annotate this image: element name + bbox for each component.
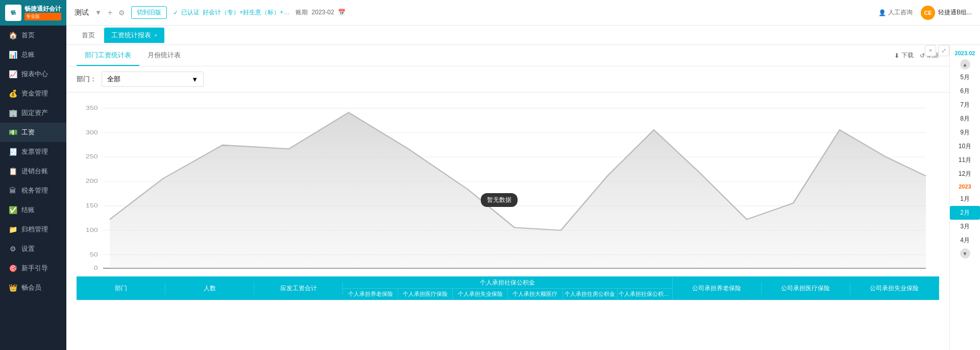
salary-icon: 💵 [8,128,17,136]
help-icon: 👤 [878,9,886,16]
svg-text:300: 300 [86,129,98,135]
month-2-active[interactable]: 2月 [950,206,980,220]
purchase-icon: 📋 [8,167,17,175]
col-major-medical: 个人承担大额医疗 [508,289,563,299]
scroll-up-button[interactable]: ▲ [960,59,970,69]
month-9[interactable]: 9月 [950,126,980,139]
svg-text:200: 200 [86,178,98,184]
chart-area: 350 300 250 200 150 100 50 0 [77,103,939,276]
col-unemployment: 个人承担失业保险 [453,289,508,299]
sidebar-item-salary[interactable]: 💵 工资 [0,123,66,142]
group-items-personal: 个人承担养老保险 个人承担医疗保险 个人承担失业保险 个人承担大额医疗 个人承担… [343,289,672,299]
sidebar-item-home[interactable]: 🏠 首页 [0,26,66,45]
col-medical: 个人承担医疗保险 [398,289,453,299]
sidebar-item-assets[interactable]: 🏢 固定资产 [0,103,66,123]
group-title-personal: 个人承担社保公积金 [343,277,672,289]
topbar-settings[interactable]: ⚙ [118,9,125,17]
month-10[interactable]: 10月 [950,139,980,153]
topbar-status: ✓ 已认证 好会计（专）+好生意（标）+… [173,8,289,17]
close-panel-button[interactable]: × [925,45,936,56]
main-area: 测试 ▼ + ⚙ 切到旧版 ✓ 已认证 好会计（专）+好生意（标）+… 账期 2… [66,0,980,350]
sidebar-item-guide[interactable]: 🎯 新手引导 [0,259,66,278]
calendar-icon[interactable]: 📅 [338,9,346,16]
month-4[interactable]: 4月 [950,234,980,247]
assets-icon: 🏢 [8,109,17,117]
switch-old-version-button[interactable]: 切到旧版 [131,6,167,19]
topbar-add[interactable]: + [108,8,112,17]
download-button[interactable]: ⬇ 下载 [894,51,914,60]
month-3[interactable]: 3月 [950,220,980,234]
expand-panel-button[interactable]: ⤢ [938,45,949,56]
logo-icon: 畅 [5,5,21,21]
ledger-icon: 📊 [8,51,17,59]
sidebar-item-reports[interactable]: 📈 报表中心 [0,64,66,84]
tab-close-icon[interactable]: × [154,32,157,38]
svg-text:350: 350 [86,104,98,111]
certified-dot: ✓ [173,9,178,16]
subtabs: 部门工资统计表 月份统计表 ⬇ 下载 ↺ 刷新 [66,45,949,66]
topbar-dropdown[interactable]: ▼ [95,9,102,16]
month-7[interactable]: 7月 [950,98,980,112]
archive-icon: 📁 [8,225,17,234]
sidebar-item-archive[interactable]: 📁 归档管理 [0,220,66,239]
chart-tooltip: 暂无数据 [481,193,518,207]
invoice-icon: 🧾 [8,148,17,156]
filter-row: 部门： 全部 ▼ [66,66,949,92]
closing-icon: ✅ [8,206,17,214]
sidebar-item-invoice[interactable]: 🧾 发票管理 [0,142,66,161]
sidebar-item-closing[interactable]: ✅ 结账 [0,200,66,220]
month-5[interactable]: 5月 [950,71,980,84]
month-1[interactable]: 1月 [950,192,980,206]
sidebar-item-funds[interactable]: 💰 资金管理 [0,84,66,103]
table-col-count: 人数 [165,282,254,295]
col-pension: 个人承担养老保险 [343,289,398,299]
month-12[interactable]: 12月 [950,167,980,181]
refresh-icon: ↺ [920,52,925,59]
col-company-unemployment: 公司承担失业保险 [850,282,939,295]
tab-home[interactable]: 首页 [75,28,102,43]
member-icon: 👑 [8,284,17,292]
month-8[interactable]: 8月 [950,112,980,126]
sidebar-item-ledger[interactable]: 📊 总账 [0,45,66,64]
col-housing-fund: 个人承担住房公积金 [563,289,618,299]
topbar: 测试 ▼ + ⚙ 切到旧版 ✓ 已认证 好会计（专）+好生意（标）+… 账期 2… [66,0,980,26]
month-11[interactable]: 11月 [950,153,980,167]
table-col-group-personal: 个人承担社保公积金 个人承担养老保险 个人承担医疗保险 个人承担失业保险 个人承… [343,277,672,299]
col-company-pension: 公司承担养老保险 [673,282,762,295]
download-icon: ⬇ [894,52,899,59]
right-panel-date: 2023.02 [953,48,977,58]
chart-container: 350 300 250 200 150 100 50 0 [66,92,949,350]
topbar-title: 测试 [75,8,89,17]
panel-controls: × ⤢ [925,45,949,56]
sidebar-item-purchase[interactable]: 📋 进销台账 [0,161,66,181]
sidebar-item-member[interactable]: 👑 畅会员 [0,278,66,297]
sidebar-logo: 畅 畅捷通好会计 专业版 [0,0,66,26]
guide-icon: 🎯 [8,264,17,272]
sidebar: 畅 畅捷通好会计 专业版 🏠 首页 📊 总账 📈 报表中心 💰 资金管理 🏢 固… [0,0,66,350]
user-menu[interactable]: CE 轻捷通B组... [921,6,972,20]
year-2023-label: 2023 [950,181,980,192]
table-footer: 部门 人数 应发工资合计 个人承担社保公积金 个人承担养老保险 个人承担医疗保险… [77,276,939,300]
subtab-monthly[interactable]: 月份统计表 [139,45,189,66]
svg-text:50: 50 [90,251,98,258]
sidebar-item-settings[interactable]: ⚙ 设置 [0,239,66,259]
right-panel: 2023.02 ▲ 5月 6月 7月 8月 9月 10月 11月 12月 202… [949,45,980,350]
settings-icon: ⚙ [8,245,17,253]
month-6[interactable]: 6月 [950,84,980,98]
table-col-total-salary: 应发工资合计 [254,282,343,295]
col-personal-total: 个人承担社保公积金合计 [618,289,672,299]
help-button[interactable]: 👤 人工咨询 [878,8,913,17]
chevron-down-icon: ▼ [191,76,198,83]
svg-text:0: 0 [94,265,98,271]
department-select[interactable]: 全部 ▼ [102,72,204,87]
sidebar-item-tax[interactable]: 🏛 税务管理 [0,181,66,200]
home-icon: 🏠 [8,31,17,39]
scroll-down-button[interactable]: ▼ [960,248,970,259]
tab-salary-report[interactable]: 工资统计报表 × [104,28,164,43]
subtab-dept[interactable]: 部门工资统计表 [77,45,139,66]
tabbar: 首页 工资统计报表 × [66,26,980,45]
svg-text:150: 150 [86,202,98,208]
logo-text: 畅捷通好会计 专业版 [24,5,61,21]
content-main: 部门工资统计表 月份统计表 ⬇ 下载 ↺ 刷新 [66,45,949,350]
sidebar-nav: 🏠 首页 📊 总账 📈 报表中心 💰 资金管理 🏢 固定资产 💵 工资 🧾 发票… [0,26,66,350]
